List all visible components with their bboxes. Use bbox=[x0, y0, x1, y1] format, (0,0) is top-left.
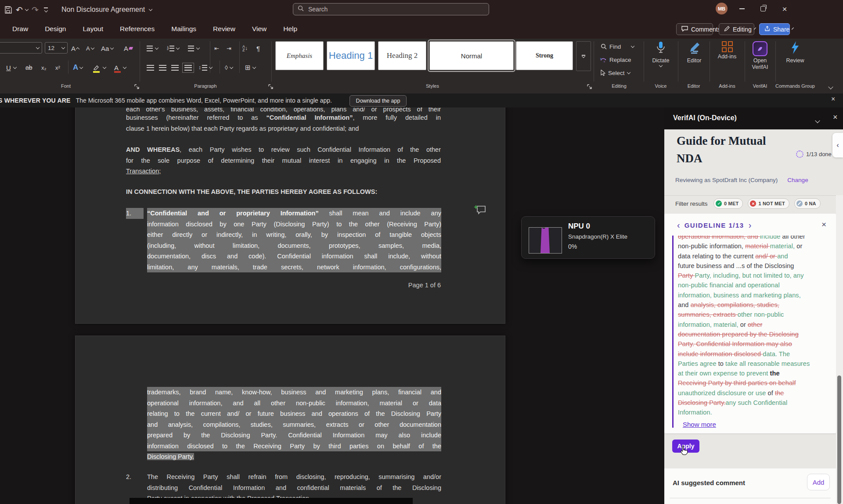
filter-pill-na[interactable]: 0 NA bbox=[794, 198, 821, 209]
styles-more-button[interactable] bbox=[576, 41, 591, 71]
add-comment-button[interactable]: Add bbox=[807, 474, 830, 490]
font-size-combo[interactable]: 12 bbox=[45, 42, 68, 54]
justify-button[interactable] bbox=[184, 61, 192, 74]
tab-mailings[interactable]: Mailings bbox=[171, 25, 196, 33]
download-app-button[interactable]: Download the app bbox=[349, 95, 407, 107]
panel-close-icon[interactable]: × bbox=[833, 113, 838, 122]
style-strong[interactable]: Strong bbox=[516, 41, 573, 70]
line-spacing-button[interactable]: ↕ bbox=[198, 61, 212, 74]
editor-button[interactable]: Editor bbox=[677, 41, 711, 64]
style-h1[interactable]: Heading 1 bbox=[327, 41, 375, 70]
comments-button[interactable]: Comments bbox=[676, 23, 713, 35]
undo-dropdown-icon[interactable] bbox=[25, 0, 28, 19]
align-left-button[interactable] bbox=[147, 61, 154, 74]
panel-expand-tab[interactable]: ‹ bbox=[832, 133, 843, 157]
highlight-color-button[interactable] bbox=[93, 61, 106, 74]
share-button[interactable]: Share bbox=[759, 23, 790, 35]
pill-label: 0 MET bbox=[724, 201, 739, 206]
find-button[interactable]: Find bbox=[601, 40, 634, 53]
replace-button[interactable]: bc Replace bbox=[600, 54, 631, 66]
redo-button[interactable]: ↷ bbox=[32, 0, 39, 19]
font-color-button[interactable]: A bbox=[114, 61, 126, 74]
guideline-close-icon[interactable]: × bbox=[821, 220, 826, 229]
superscript-button[interactable]: x² bbox=[55, 61, 60, 74]
dictate-button[interactable]: Dictate bbox=[644, 41, 678, 67]
search-bar[interactable] bbox=[293, 3, 489, 15]
styles-dialog-launcher[interactable] bbox=[587, 84, 592, 89]
decrease-indent-button[interactable]: ⇤ bbox=[214, 42, 219, 54]
increase-indent-button[interactable]: ⇥ bbox=[227, 42, 231, 54]
group-label-editor: Editor bbox=[688, 83, 700, 89]
multilevel-list-button[interactable] bbox=[188, 42, 199, 54]
banner-close-icon[interactable]: × bbox=[831, 95, 835, 103]
filter-pill-notmet[interactable]: 1 NOT MET bbox=[748, 198, 789, 209]
change-link[interactable]: Change bbox=[787, 177, 808, 183]
numbered-paragraph: 1.“Confidential and or proprietary Infor… bbox=[147, 208, 441, 272]
tab-review[interactable]: Review bbox=[213, 25, 235, 33]
panel-scrollbar[interactable] bbox=[836, 195, 843, 504]
clear-formatting-button[interactable]: A bbox=[124, 42, 133, 54]
group-label-styles: Styles bbox=[426, 83, 439, 89]
tab-design[interactable]: Design bbox=[45, 25, 66, 33]
review-command-button[interactable]: Review bbox=[778, 41, 812, 64]
editor-pencil-icon bbox=[688, 41, 701, 56]
grow-font-button[interactable]: A bbox=[71, 42, 79, 54]
bottom-strip bbox=[130, 498, 413, 504]
quick-access-menu-icon[interactable] bbox=[44, 0, 48, 19]
paragraph-dialog-launcher[interactable] bbox=[268, 84, 274, 89]
tab-draw[interactable]: Draw bbox=[12, 25, 28, 33]
document-page-2[interactable]: trademarks, brand name, know-how, busine… bbox=[75, 336, 505, 504]
shading-button[interactable]: ◊ bbox=[225, 61, 233, 74]
tab-references[interactable]: References bbox=[120, 25, 155, 33]
sort-button[interactable]: AZ↓ bbox=[242, 42, 248, 54]
style-emphasis[interactable]: Emphasis bbox=[275, 41, 324, 70]
document-title[interactable]: Non Disclosure Agreement bbox=[61, 0, 152, 19]
bullet-list-button[interactable] bbox=[147, 42, 158, 54]
tab-view[interactable]: View bbox=[252, 25, 267, 33]
npu-usage-spike bbox=[540, 228, 550, 253]
align-center-button[interactable] bbox=[159, 61, 166, 74]
text-effects-button[interactable]: A bbox=[73, 61, 83, 74]
shrink-font-button[interactable]: A bbox=[86, 42, 94, 54]
add-comment-icon[interactable] bbox=[474, 205, 486, 217]
underline-button[interactable]: U bbox=[6, 61, 16, 74]
minimize-button[interactable] bbox=[733, 0, 751, 18]
maximize-restore-button[interactable] bbox=[754, 0, 772, 18]
open-verifai-button[interactable]: Open VerifAI bbox=[743, 41, 777, 71]
subscript-button[interactable]: x₂ bbox=[41, 61, 47, 74]
collapse-ribbon-icon[interactable] bbox=[829, 82, 832, 90]
style-normal[interactable]: Normal bbox=[429, 41, 514, 70]
select-button[interactable]: Select bbox=[601, 67, 630, 79]
search-input[interactable] bbox=[307, 5, 484, 13]
close-button[interactable]: × bbox=[776, 0, 793, 18]
addins-button[interactable]: Add-ins bbox=[710, 41, 744, 60]
style-label: Heading 2 bbox=[387, 51, 418, 60]
tab-layout[interactable]: Layout bbox=[83, 25, 103, 33]
avatar[interactable]: MB bbox=[716, 3, 728, 14]
show-paragraph-marks-button[interactable]: ¶ bbox=[256, 42, 260, 54]
redline-line: future business and ...s of the Disclosi… bbox=[678, 261, 831, 271]
filter-pill-met[interactable]: 0 MET bbox=[713, 198, 743, 209]
tab-help[interactable]: Help bbox=[283, 25, 297, 33]
style-h2[interactable]: Heading 2 bbox=[378, 41, 426, 70]
reviewing-as-row: Reviewing as SpotDraft Inc (Company) Cha… bbox=[675, 177, 808, 183]
undo-button[interactable]: ↶ bbox=[16, 0, 23, 19]
group-label-editing: Editing bbox=[612, 83, 627, 89]
document-page-1[interactable]: each other's business, assets, financial… bbox=[75, 107, 505, 324]
font-name-combo[interactable] bbox=[0, 42, 42, 54]
panel-collapse-icon[interactable] bbox=[816, 116, 819, 124]
numbered-list-button[interactable]: 12 bbox=[167, 42, 179, 54]
redline-line: non-public information, material materia… bbox=[678, 241, 831, 251]
panel-scrollbar-thumb[interactable] bbox=[837, 375, 841, 504]
borders-button[interactable]: ⊞ bbox=[245, 61, 256, 74]
editing-mode-button[interactable]: Editing bbox=[719, 23, 754, 35]
align-right-button[interactable] bbox=[171, 61, 179, 74]
change-case-button[interactable]: Aa bbox=[101, 42, 113, 54]
font-dialog-launcher[interactable] bbox=[134, 84, 140, 89]
previous-guideline-icon[interactable]: ‹ bbox=[677, 221, 680, 229]
strikethrough-button[interactable]: ab bbox=[25, 61, 32, 74]
show-more-link[interactable]: Show more bbox=[683, 421, 716, 428]
verifai-panel: VerifAI (On-Device) × ‹ Guide for Mutual… bbox=[664, 107, 843, 504]
next-guideline-icon[interactable]: › bbox=[749, 221, 752, 229]
save-icon[interactable] bbox=[4, 0, 12, 19]
